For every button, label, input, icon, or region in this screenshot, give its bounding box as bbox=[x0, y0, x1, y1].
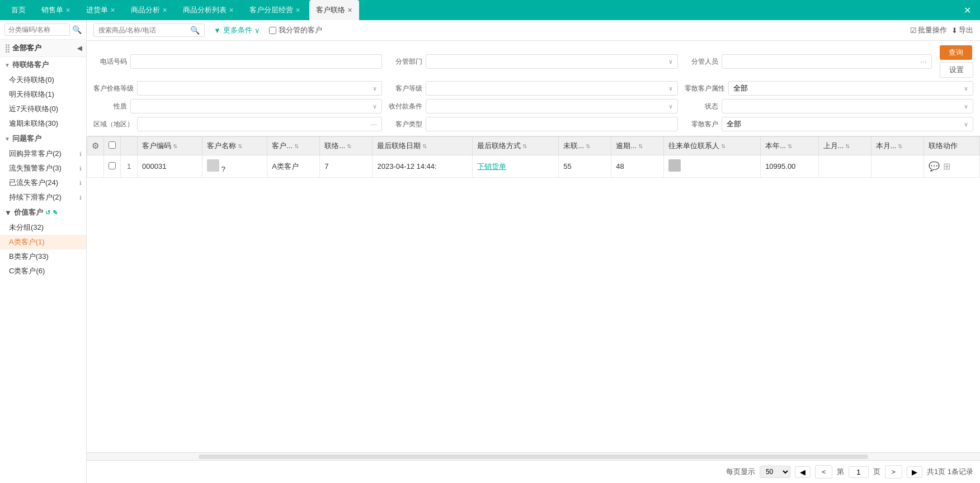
col-this-year[interactable]: 本年... ⇅ bbox=[761, 137, 818, 155]
close-analysis-tab[interactable]: ✕ bbox=[162, 7, 167, 14]
sidebar-search-icon[interactable]: 🔍 bbox=[72, 25, 82, 34]
contact-person-sort[interactable]: 往来单位联系人 ⇅ bbox=[668, 141, 756, 151]
status-arrow: ∨ bbox=[964, 103, 968, 110]
close-customer-mgmt-tab[interactable]: ✕ bbox=[295, 7, 300, 14]
export-btn[interactable]: ⬇ 导出 bbox=[951, 25, 973, 35]
row-last-date: 2023-04-12 14:44: bbox=[373, 155, 473, 178]
batch-op-btn[interactable]: ☑ 批量操作 bbox=[910, 25, 947, 35]
last-page-btn[interactable]: ▶ bbox=[907, 466, 922, 478]
name-sort[interactable]: 客户名称 ⇅ bbox=[207, 141, 262, 151]
contact-sort[interactable]: 联络... ⇅ bbox=[324, 141, 368, 151]
dept-select[interactable]: ∨ bbox=[426, 54, 677, 69]
last-month-sort-icon: ⇅ bbox=[845, 143, 850, 149]
retail-attr-select[interactable]: 全部 ∨ bbox=[728, 81, 973, 96]
horizontal-scrollbar[interactable] bbox=[87, 452, 980, 460]
nav-tab-analysis[interactable]: 商品分析 ✕ bbox=[124, 0, 174, 20]
all-customers-label: 全部客户 bbox=[12, 43, 41, 53]
col-last-month[interactable]: 上月... ⇅ bbox=[818, 137, 871, 155]
sidebar-item-tomorrow[interactable]: 明天待联络(1) bbox=[0, 87, 86, 102]
page-number-input[interactable] bbox=[849, 466, 869, 478]
col-code[interactable]: 客户编码 ⇅ bbox=[138, 137, 202, 155]
select-all-checkbox[interactable] bbox=[109, 141, 116, 149]
sidebar-item-declining[interactable]: 持续下滑客户(2) ℹ bbox=[0, 190, 86, 205]
sidebar-search-input[interactable] bbox=[4, 23, 70, 36]
price-level-select[interactable]: ∨ bbox=[137, 81, 382, 96]
last-month-sort[interactable]: 上月... ⇅ bbox=[823, 141, 866, 151]
region-select[interactable]: ··· bbox=[137, 117, 382, 131]
col-name[interactable]: 客户名称 ⇅ bbox=[202, 137, 267, 155]
action-buttons: 💬 ⊞ bbox=[929, 161, 975, 172]
search-input[interactable] bbox=[98, 26, 188, 34]
sidebar-item-churned[interactable]: 已流失客户(24) ℹ bbox=[0, 176, 86, 190]
prev-page-btn[interactable]: ＜ bbox=[815, 465, 832, 479]
my-customers-checkbox-area: 我分管的客户 bbox=[269, 25, 322, 35]
sidebar-item-c-class[interactable]: C类客户(6) bbox=[0, 264, 86, 278]
nav-tab-analysis-list[interactable]: 商品分析列表 ✕ bbox=[176, 0, 241, 20]
edit-icon[interactable]: ✎ bbox=[53, 209, 58, 216]
col-this-month[interactable]: 本月... ⇅ bbox=[871, 137, 924, 155]
sidebar-item-ungrouped[interactable]: 未分组(32) bbox=[0, 220, 86, 235]
col-last-date[interactable]: 最后联络日期 ⇅ bbox=[373, 137, 473, 155]
scrollbar-thumb[interactable] bbox=[199, 454, 868, 459]
sidebar-item-churn-warning[interactable]: 流失预警客户(3) ℹ bbox=[0, 161, 86, 176]
last-date-sort[interactable]: 最后联络日期 ⇅ bbox=[377, 141, 468, 151]
qr-action-icon[interactable]: ⊞ bbox=[943, 161, 950, 172]
first-page-btn[interactable]: ◀ bbox=[795, 466, 811, 478]
code-sort[interactable]: 客户编码 ⇅ bbox=[142, 141, 197, 151]
close-analysis-list-tab[interactable]: ✕ bbox=[229, 7, 234, 14]
filter-manager-row: 分管人员 ··· 查询 设置 bbox=[685, 45, 973, 78]
collapse-icon[interactable]: ◀ bbox=[77, 45, 82, 52]
my-customers-checkbox[interactable] bbox=[269, 27, 276, 34]
row-checkbox[interactable] bbox=[109, 162, 116, 169]
sidebar-item-today[interactable]: 今天待联络(0) bbox=[0, 73, 86, 87]
filter-region-row: 区域（地区） ··· bbox=[93, 117, 382, 131]
retail-customer-select[interactable]: 全部 ∨ bbox=[722, 117, 973, 131]
search-icon[interactable]: 🔍 bbox=[190, 26, 200, 35]
manager-select[interactable]: ··· bbox=[722, 54, 932, 69]
message-action-icon[interactable]: 💬 bbox=[929, 161, 940, 172]
close-app-button[interactable]: ✕ bbox=[959, 5, 976, 16]
phone-input[interactable] bbox=[130, 54, 382, 69]
query-button[interactable]: 查询 bbox=[940, 45, 972, 60]
settings-button[interactable]: 设置 bbox=[940, 62, 973, 78]
nature-select[interactable]: ∨ bbox=[130, 99, 382, 113]
close-customer-contact-tab[interactable]: ✕ bbox=[347, 7, 352, 14]
col-overdue[interactable]: 逾期... ⇅ bbox=[611, 137, 664, 155]
col-customer-level[interactable]: 客户... ⇅ bbox=[267, 137, 320, 155]
nav-tab-customer-mgmt[interactable]: 客户分层经营 ✕ bbox=[243, 0, 307, 20]
waiting-section-title: ▼ 待联络客户 bbox=[0, 57, 86, 73]
overdue-sort[interactable]: 逾期... ⇅ bbox=[616, 141, 659, 151]
sidebar-item-overdue[interactable]: 逾期未联络(30) bbox=[0, 116, 86, 131]
next-page-btn[interactable]: ＞ bbox=[885, 465, 902, 479]
sidebar-item-repurchase-anomaly[interactable]: 回购异常客户(2) ℹ bbox=[0, 146, 86, 161]
sidebar-item-7days[interactable]: 近7天待联络(0) bbox=[0, 102, 86, 116]
last-method-link[interactable]: 下销货单 bbox=[477, 162, 506, 171]
customer-level-select[interactable]: ∨ bbox=[426, 81, 677, 96]
sidebar-item-a-class[interactable]: A类客户(1) bbox=[0, 235, 86, 249]
more-conditions-btn[interactable]: ▼ 更多条件 ∨ bbox=[209, 23, 265, 37]
this-year-sort[interactable]: 本年... ⇅ bbox=[765, 141, 813, 151]
this-month-sort[interactable]: 本月... ⇅ bbox=[876, 141, 919, 151]
nav-home[interactable]: 首页 bbox=[4, 2, 32, 18]
no-contact-sort[interactable]: 未联... ⇅ bbox=[563, 141, 606, 151]
col-no-contact[interactable]: 未联... ⇅ bbox=[559, 137, 611, 155]
nav-tab-sales[interactable]: 销售单 ✕ bbox=[35, 0, 77, 20]
nav-tab-customer-contact[interactable]: 客户联络 ✕ bbox=[309, 0, 359, 20]
col-contact-person[interactable]: 往来单位联系人 ⇅ bbox=[664, 137, 761, 155]
payment-select[interactable]: ∨ bbox=[426, 99, 677, 113]
last-method-sort[interactable]: 最后联络方式 ⇅ bbox=[477, 141, 554, 151]
col-contact-count[interactable]: 联络... ⇅ bbox=[320, 137, 373, 155]
status-select[interactable]: ∨ bbox=[722, 99, 973, 113]
close-sales-tab[interactable]: ✕ bbox=[65, 7, 70, 14]
region-label: 区域（地区） bbox=[93, 120, 134, 129]
refresh-icon[interactable]: ↺ bbox=[45, 209, 50, 216]
close-purchase-tab[interactable]: ✕ bbox=[110, 7, 115, 14]
page-size-select[interactable]: 50 100 200 bbox=[760, 466, 790, 478]
all-customers-header[interactable]: ⣿ 全部客户 ◀ bbox=[0, 40, 86, 57]
nav-tab-purchase[interactable]: 进货单 ✕ bbox=[79, 0, 122, 20]
col-last-method[interactable]: 最后联络方式 ⇅ bbox=[473, 137, 559, 155]
sidebar-item-b-class[interactable]: B类客户(33) bbox=[0, 249, 86, 264]
settings-gear-icon[interactable]: ⚙ bbox=[92, 141, 99, 150]
customer-type-select[interactable] bbox=[426, 117, 677, 131]
level-sort[interactable]: 客户... ⇅ bbox=[272, 141, 315, 151]
